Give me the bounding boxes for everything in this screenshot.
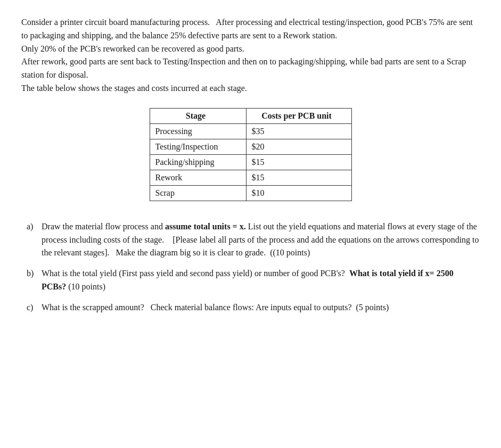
cost-rework: $15	[246, 170, 351, 185]
question-b-content: What is the total yield (First pass yiel…	[42, 267, 480, 294]
table-row: Processing $35	[150, 123, 351, 139]
cost-processing: $35	[246, 123, 351, 139]
intro-line4: The table below shows the stages and cos…	[21, 82, 480, 95]
cost-scrap: $10	[246, 185, 351, 201]
question-b-label: b)	[27, 267, 42, 294]
table-row: Rework $15	[150, 170, 351, 185]
cost-table: Stage Costs per PCB unit Processing $35 …	[150, 108, 352, 201]
stage-packing: Packing/shipping	[150, 154, 246, 170]
cost-table-container: Stage Costs per PCB unit Processing $35 …	[21, 108, 480, 201]
stage-testing: Testing/Inspection	[150, 139, 246, 154]
question-c-content: What is the scrapped amount? Check mater…	[42, 301, 480, 314]
intro-line2: Only 20% of the PCB's reworked can be re…	[21, 43, 480, 56]
intro-paragraph: Consider a printer circuit board manufac…	[21, 16, 480, 95]
table-row: Packing/shipping $15	[150, 154, 351, 170]
stage-scrap: Scrap	[150, 185, 246, 201]
page-content: Consider a printer circuit board manufac…	[21, 16, 480, 314]
table-header-row: Stage Costs per PCB unit	[150, 108, 351, 123]
stage-rework: Rework	[150, 170, 246, 185]
col-header-stage: Stage	[150, 108, 246, 123]
question-c-label: c)	[27, 301, 42, 314]
question-a-bold: assume total units = x.	[165, 222, 246, 231]
table-row: Scrap $10	[150, 185, 351, 201]
question-b-bold: What is total yield if x= 2500 PCBs?	[42, 269, 454, 291]
question-c: c) What is the scrapped amount? Check ma…	[27, 301, 480, 314]
intro-line1: Consider a printer circuit board manufac…	[21, 16, 480, 43]
table-row: Testing/Inspection $20	[150, 139, 351, 154]
col-header-cost: Costs per PCB unit	[246, 108, 351, 123]
question-a: a) Draw the material flow process and as…	[27, 220, 480, 260]
questions-section: a) Draw the material flow process and as…	[21, 220, 480, 314]
question-a-content: Draw the material flow process and assum…	[42, 220, 480, 260]
intro-line3: After rework, good parts are sent back t…	[21, 55, 480, 82]
cost-packing: $15	[246, 154, 351, 170]
cost-testing: $20	[246, 139, 351, 154]
question-b: b) What is the total yield (First pass y…	[27, 267, 480, 294]
question-a-label: a)	[27, 220, 42, 260]
stage-processing: Processing	[150, 123, 246, 139]
